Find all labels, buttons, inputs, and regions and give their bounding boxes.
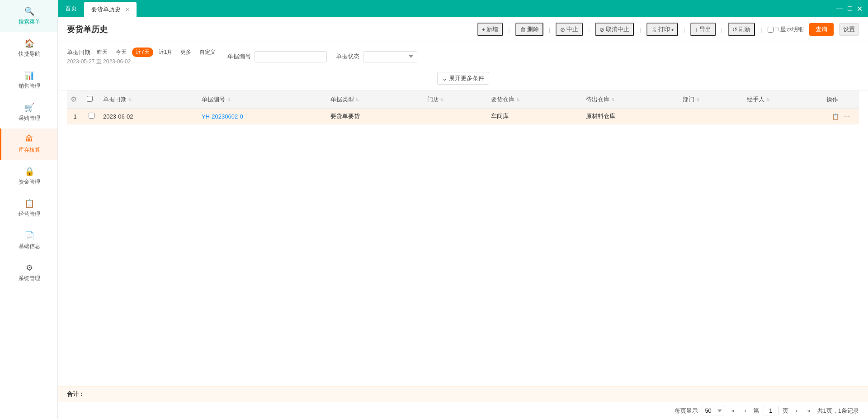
footer-total-label: 合计： [67,390,85,398]
print-button[interactable]: 🖨 打印 ▾ [646,23,678,36]
tab-active[interactable]: 要货单历史 ✕ [84,2,137,17]
col-checkbox [83,90,99,109]
row-store [424,109,488,124]
operations-icon: 📋 [24,199,34,209]
sidebar-item-quick-nav[interactable]: 🏠 快捷导航 [0,32,57,64]
data-table: ⚙ 单据日期 ⇅ 单据编号 ⇅ [67,90,859,124]
sidebar-item-purchase[interactable]: 🛒 采购管理 [0,96,57,129]
doc-number-input[interactable] [255,51,327,62]
sidebar-item-finance[interactable]: 🔒 资金管理 [0,160,57,192]
date-filter-buttons: 昨天 今天 近7天 近1月 更多 自定义 [94,48,218,57]
row-req-warehouse: 车间库 [487,109,582,124]
col-handler[interactable]: 经手人 ⇅ [743,90,823,109]
sidebar-item-sales[interactable]: 📊 销售管理 [0,64,57,96]
col-department[interactable]: 部门 ⇅ [679,90,743,109]
date-btn-yesterday[interactable]: 昨天 [94,48,110,57]
delete-button[interactable]: 🗑 删除 [515,23,543,36]
date-btn-last7days[interactable]: 近7天 [132,48,153,57]
filter-area: 单据日期 昨天 今天 近7天 近1月 更多 自定义 2023-05-27 至 2… [58,42,868,90]
sidebar-item-label: 资金管理 [19,178,40,186]
cancel-stop-icon: ⊘ [599,26,604,33]
purchase-icon: 🛒 [24,103,34,113]
delete-icon: 🗑 [520,26,526,33]
display-detail-checkbox[interactable] [768,27,774,33]
col-handler-label: 经手人 [747,96,764,103]
date-filter-label: 单据日期 [67,48,90,57]
page-label: 第 [753,407,759,415]
row-handler [743,109,823,124]
sidebar-item-label: 基础信息 [19,243,40,250]
delete-label: 删除 [527,25,539,33]
col-req-warehouse[interactable]: 要货仓库 ⇅ [487,90,582,109]
filter-row-1: 单据日期 昨天 今天 近7天 近1月 更多 自定义 2023-05-27 至 2… [67,48,859,66]
row-actions: 📋 ⋯ [823,109,859,124]
settings-label: 设置 [843,25,855,33]
sort-out-warehouse-icon: ⇅ [611,97,615,102]
inventory-icon: 🏛 [25,135,33,144]
sidebar-item-operations[interactable]: 📋 经营管理 [0,192,57,224]
stop-button[interactable]: ⊘ 中止 [556,23,583,36]
col-department-label: 部门 [683,96,694,103]
next-page-btn[interactable]: › [792,406,800,415]
top-bar: 首页 要货单历史 ✕ — □ ✕ [58,0,868,17]
table-body: 1 2023-06-02 YH-20230602-0 要货单要货 车间库 原材料… [67,109,859,124]
date-btn-more[interactable]: 更多 [178,48,194,57]
settings-button[interactable]: 设置 [839,23,859,36]
tab-close-icon[interactable]: ✕ [125,7,129,13]
col-number[interactable]: 单据编号 ⇅ [198,90,327,109]
sidebar-item-search[interactable]: 🔍 搜索菜单 [0,0,57,32]
row-number: YH-20230602-0 [198,109,327,124]
window-maximize-icon[interactable]: □ [848,5,852,13]
pagination: 每页显示 50 10 20 100 « ‹ 第 页 › » 共1页，1条记录 [58,402,868,419]
page-size-select[interactable]: 50 10 20 100 [702,406,724,415]
col-actions-label: 操作 [826,96,838,103]
window-minimize-icon[interactable]: — [836,5,843,13]
date-btn-today[interactable]: 今天 [113,48,129,57]
sidebar-item-label: 经营管理 [19,210,40,218]
last-page-btn[interactable]: » [804,406,813,415]
row-checkbox[interactable] [89,113,94,119]
tab-home[interactable]: 首页 [58,0,84,17]
sidebar-item-system[interactable]: ⚙ 系统管理 [0,257,57,289]
row-out-warehouse: 原材料仓库 [582,109,679,124]
cancel-stop-button[interactable]: ⊘ 取消中止 [595,23,634,36]
col-out-warehouse[interactable]: 待出仓库 ⇅ [582,90,679,109]
col-date[interactable]: 单据日期 ⇅ [99,90,198,109]
sort-req-warehouse-icon: ⇅ [516,97,520,102]
window-close-icon[interactable]: ✕ [857,5,863,13]
expand-more-btn[interactable]: ⌄ 展开更多条件 [437,72,489,85]
sort-store-icon: ⇅ [440,97,444,102]
prev-page-btn[interactable]: ‹ [741,406,750,415]
query-button[interactable]: 查询 [809,23,834,36]
new-button[interactable]: + 新增 [477,23,503,36]
total-info: 共1页，1条记录 [817,407,859,415]
basic-info-icon: 📄 [24,231,34,241]
col-type-label: 单据类型 [330,96,354,103]
select-all-checkbox[interactable] [87,96,93,102]
sidebar-item-inventory[interactable]: 🏛 库存核算 [0,129,57,160]
first-page-btn[interactable]: « [728,406,737,415]
row-number-link[interactable]: YH-20230602-0 [202,113,243,120]
sidebar-item-label: 搜索菜单 [19,18,40,26]
col-store[interactable]: 门店 ⇅ [424,90,488,109]
cancel-stop-label: 取消中止 [606,25,629,33]
refresh-button[interactable]: ↺ 刷新 [728,23,755,36]
sidebar: 🔍 搜索菜单 🏠 快捷导航 📊 销售管理 🛒 采购管理 🏛 库存核算 🔒 资金管… [0,0,58,419]
page-input[interactable] [763,406,779,415]
date-btn-custom[interactable]: 自定义 [197,48,218,57]
row-action-more[interactable]: ⋯ [842,112,852,121]
sidebar-item-basic-info[interactable]: 📄 基础信息 [0,224,57,257]
print-icon: 🖨 [651,26,657,33]
column-settings-icon[interactable]: ⚙ [71,95,77,103]
doc-status-select[interactable] [363,51,417,62]
row-action-view[interactable]: 📋 [830,112,841,121]
display-detail-label: □ 显示明细 [775,25,804,33]
display-detail-toggle[interactable]: □ 显示明细 [768,25,804,33]
col-type[interactable]: 单据类型 ⇅ [327,90,424,109]
print-chevron-icon: ▾ [671,27,674,32]
col-store-label: 门店 [427,96,439,103]
query-label: 查询 [816,25,827,33]
export-button[interactable]: ↑ 导出 [690,23,716,36]
sort-number-icon: ⇅ [227,97,231,102]
date-btn-last1month[interactable]: 近1月 [156,48,175,57]
